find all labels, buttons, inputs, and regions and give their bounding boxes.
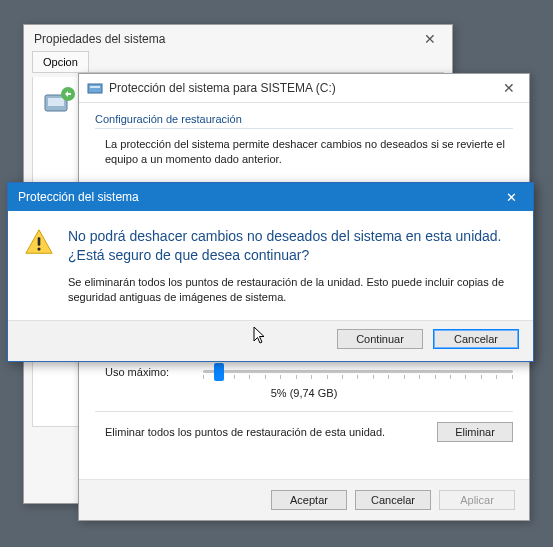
sub-message: Se eliminarán todos los puntos de restau… [68,275,515,306]
delete-row: Eliminar todos los puntos de restauració… [105,422,513,442]
titlebar: Protección del sistema para SISTEMA (C:)… [79,74,529,103]
warning-icon [24,227,54,257]
drive-icon [87,80,103,96]
cancel-button[interactable]: Cancelar [355,490,431,510]
max-usage-label: Uso máximo: [105,366,185,378]
restore-icon [43,85,77,119]
svg-rect-1 [48,98,64,106]
max-usage-value: 5% (9,74 GB) [95,387,513,399]
cancel-button[interactable]: Cancelar [433,329,519,349]
slider-thumb[interactable] [214,363,224,381]
delete-description: Eliminar todos los puntos de restauració… [105,425,423,439]
tab-options[interactable]: Opcion [32,51,89,72]
divider [95,411,513,412]
svg-rect-4 [90,86,100,88]
titlebar: Propiedades del sistema ✕ [24,25,452,51]
dialog-button-bar: Continuar Cancelar [8,320,533,361]
main-message: No podrá deshacer cambios no deseados de… [68,227,515,265]
continue-button[interactable]: Continuar [337,329,423,349]
svg-point-6 [37,247,40,250]
delete-button[interactable]: Eliminar [437,422,513,442]
group-header: Configuración de restauración [95,113,513,129]
max-usage-row: Uso máximo: [105,361,513,383]
window-title: Protección del sistema para SISTEMA (C:) [109,81,336,95]
ok-button[interactable]: Aceptar [271,490,347,510]
protection-description: La protección del sistema permite deshac… [105,137,513,167]
apply-button[interactable]: Aplicar [439,490,515,510]
tab-strip: Opcion [32,51,444,73]
close-icon[interactable]: ✕ [416,31,444,47]
max-usage-slider[interactable] [203,361,513,383]
svg-rect-3 [88,84,102,93]
dialog-title: Protección del sistema [18,190,139,204]
titlebar: Protección del sistema ✕ [8,183,533,211]
dialog-content: No podrá deshacer cambios no deseados de… [8,211,533,320]
window-title: Propiedades del sistema [34,32,165,46]
close-icon[interactable]: ✕ [495,80,523,96]
confirmation-dialog: Protección del sistema ✕ No podrá deshac… [7,182,534,362]
svg-rect-5 [38,237,41,245]
button-bar: Aceptar Cancelar Aplicar [79,479,529,520]
close-icon[interactable]: ✕ [495,187,527,207]
